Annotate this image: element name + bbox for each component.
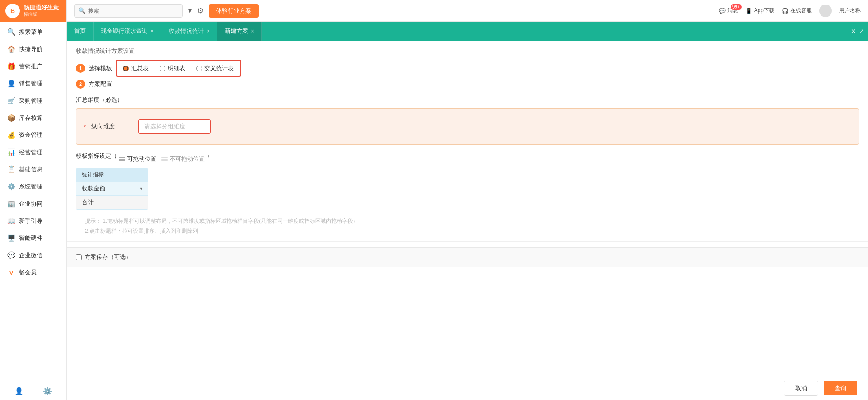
sidebar-item-inventory[interactable]: 📦 库存核算: [0, 109, 66, 127]
stats-table-header: 统计指标: [76, 168, 148, 181]
sidebar-item-search-menu[interactable]: 🔍 搜索菜单: [0, 24, 66, 41]
industry-btn[interactable]: 体验行业方案: [209, 4, 259, 18]
dimension-label: 纵向维度: [91, 122, 115, 131]
sidebar-item-label: 新手引导: [19, 217, 42, 225]
sidebar-nav: 🔍 搜索菜单 🏠 快捷导航 🎁 营销推广 👤 销售管理 🛒 采购管理 📦 库存核…: [0, 22, 66, 382]
sidebar-item-enterprise-wechat[interactable]: 💬 企业微信: [0, 247, 66, 264]
tab-bank-flow[interactable]: 现金银行流水查询 ×: [94, 22, 161, 41]
sidebar-item-marketing[interactable]: 🎁 营销推广: [0, 58, 66, 75]
sidebar-item-vip[interactable]: V 畅会员: [0, 264, 66, 281]
sidebar-item-base-info[interactable]: 📋 基础信息: [0, 161, 66, 178]
metrics-header-text: 模板指标设定（ 可拖动位置: [76, 152, 212, 163]
dimension-dropdown[interactable]: 请选择分组维度: [138, 119, 211, 134]
arrow-right-icon: ——: [120, 123, 133, 130]
online-service-btn[interactable]: 🎧 在线客服: [782, 7, 812, 14]
user-avatar-icon: 👤: [14, 387, 24, 395]
tab-new-plan[interactable]: 新建方案 ×: [217, 22, 262, 41]
sidebar-item-finance[interactable]: 💰 资金管理: [0, 127, 66, 144]
search-icon: 🔍: [78, 7, 85, 14]
tab-new-plan-close-icon[interactable]: ×: [251, 28, 254, 34]
search-box[interactable]: 🔍: [74, 4, 183, 18]
sidebar-item-label: 销售管理: [19, 80, 42, 88]
sidebar-item-purchase[interactable]: 🛒 采购管理: [0, 92, 66, 109]
metric-dropdown-icon-0[interactable]: ▾: [140, 185, 142, 192]
clipboard-icon: 📋: [7, 165, 15, 174]
section1-header: 1 选择模板 汇总表 明细表 交叉统计表: [76, 60, 859, 77]
radio-cross[interactable]: 交叉统计表: [196, 64, 234, 72]
metrics-config: 模板指标设定（ 可拖动位置: [76, 152, 859, 211]
main-area: 🔍 ▾ ⚙ 体验行业方案 💬 消息 99+ 📱 App下载 🎧 在线客服 用户名…: [67, 0, 868, 400]
tab-receipt-stat[interactable]: 收款情况统计 ×: [161, 22, 217, 41]
logo-badge: 标准版: [24, 11, 59, 18]
save-checkbox[interactable]: [76, 254, 82, 260]
section2-number: 2: [76, 80, 85, 89]
sidebar-item-quick-nav[interactable]: 🏠 快捷导航: [0, 41, 66, 58]
message-badge: 99+: [731, 4, 742, 10]
logo-icon: B: [5, 4, 20, 18]
book-icon: 📖: [7, 217, 15, 225]
hint-section: 提示： 1.拖动标题栏可以调整布局，不可跨维度或指标区域拖动栏目字段(只能在同一…: [76, 211, 859, 236]
save-option: 方案保存（可选）: [67, 247, 868, 267]
gear-icon[interactable]: ⚙: [197, 6, 203, 15]
subsection1-title: 汇总维度（必选）: [76, 94, 859, 104]
user-name: 用户名称: [839, 7, 861, 14]
search-input[interactable]: [88, 8, 179, 14]
app-download-btn[interactable]: 📱 App下载: [745, 7, 774, 14]
tab-bank-flow-close-icon[interactable]: ×: [151, 28, 154, 34]
save-option-label: 方案保存（可选）: [85, 253, 132, 261]
sidebar-item-label: 资金管理: [19, 131, 42, 139]
section2-title: 方案配置: [89, 80, 112, 88]
section-template: 1 选择模板 汇总表 明细表 交叉统计表: [67, 60, 868, 77]
sidebar-item-operation[interactable]: 📊 经营管理: [0, 144, 66, 161]
sidebar-item-new-guide[interactable]: 📖 新手引导: [0, 212, 66, 230]
radio-summary[interactable]: 汇总表: [123, 64, 149, 72]
metrics-config-header: 模板指标设定（ 可拖动位置: [76, 152, 859, 163]
radio-detail-label: 明细表: [168, 64, 185, 72]
sidebar-item-smart-hw[interactable]: 🖥️ 智能硬件: [0, 230, 66, 247]
expand-icon[interactable]: ⤢: [859, 28, 864, 35]
sidebar-bottom-user[interactable]: 👤: [14, 387, 24, 395]
dropdown-chevron-icon[interactable]: ▾: [188, 6, 192, 15]
service-icon: 🎧: [782, 8, 788, 14]
sidebar-bottom-settings[interactable]: ⚙️: [43, 387, 52, 395]
sidebar-logo: B 畅捷通好生意 标准版: [0, 0, 66, 22]
sidebar-item-label: 库存核算: [19, 114, 42, 122]
download-icon: 📱: [745, 8, 752, 14]
separator: [67, 241, 868, 242]
dimension-config-area: * 纵向维度 —— 请选择分组维度: [76, 108, 859, 145]
section-config: 2 方案配置 汇总维度（必选） * 纵向维度 —— 请选择分组维度: [67, 77, 868, 236]
section1-title: 选择模板: [89, 64, 112, 72]
required-mark: *: [84, 123, 86, 130]
cancel-button[interactable]: 取消: [784, 381, 818, 396]
gift-icon: 🎁: [7, 62, 15, 71]
topbar: 🔍 ▾ ⚙ 体验行业方案 💬 消息 99+ 📱 App下载 🎧 在线客服 用户名…: [67, 0, 868, 22]
home-icon: 🏠: [7, 45, 15, 53]
building-icon: 🏢: [7, 200, 15, 208]
sidebar-item-enterprise-coop[interactable]: 🏢 企业协同: [0, 195, 66, 212]
sidebar-item-system[interactable]: ⚙️ 系统管理: [0, 178, 66, 195]
sidebar-item-label: 智能硬件: [19, 234, 42, 242]
drag-indicator-icon: [119, 157, 125, 161]
message-btn[interactable]: 💬 消息 99+: [719, 7, 738, 14]
money-icon: 💰: [7, 131, 15, 139]
user-avatar[interactable]: [819, 5, 832, 17]
radio-cross-label: 交叉统计表: [204, 64, 234, 72]
content-inner: 收款情况统计方案设置 1 选择模板 汇总表 明细表: [67, 41, 868, 376]
query-button[interactable]: 查询: [824, 381, 857, 395]
tab-new-plan-label: 新建方案: [225, 27, 248, 35]
tab-receipt-stat-close-icon[interactable]: ×: [207, 28, 210, 34]
tabbar-actions: ✕ ⤢: [847, 22, 868, 41]
box-icon: 📦: [7, 114, 15, 122]
close-all-icon[interactable]: ✕: [851, 28, 856, 35]
dimension-row: * 纵向维度 —— 请选择分组维度: [84, 119, 211, 134]
chat-icon: 💬: [7, 251, 15, 259]
page-title: 收款情况统计方案设置: [67, 41, 868, 60]
draggable-badge: 可拖动位置: [119, 155, 156, 163]
section2-header: 2 方案配置: [76, 80, 859, 89]
tab-home[interactable]: 首页: [67, 22, 94, 41]
sidebar-item-sales[interactable]: 👤 销售管理: [0, 75, 66, 92]
radio-summary-input[interactable]: [123, 66, 129, 71]
radio-cross-input[interactable]: [196, 66, 202, 71]
radio-detail[interactable]: 明细表: [160, 64, 185, 72]
radio-detail-input[interactable]: [160, 66, 165, 71]
